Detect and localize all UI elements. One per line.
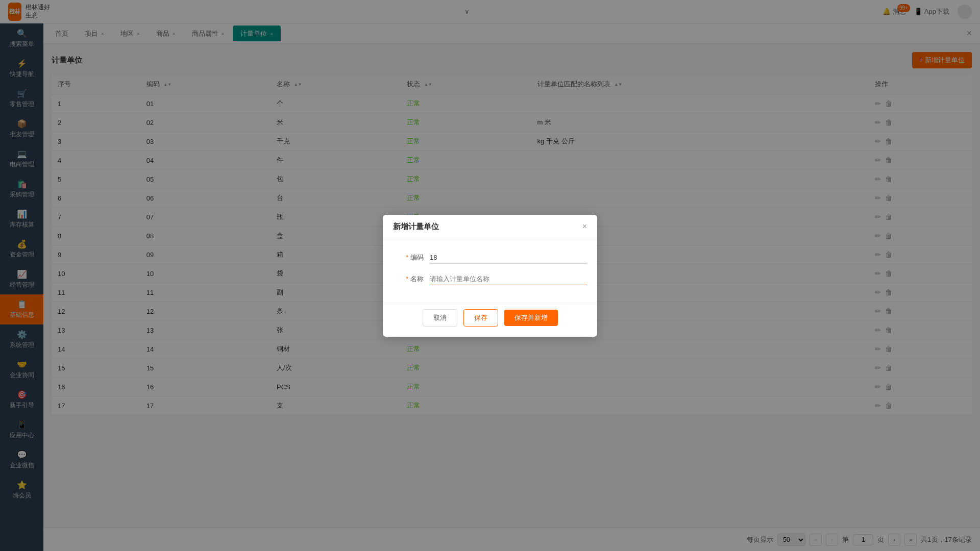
modal-header: 新增计量单位 × xyxy=(383,215,597,239)
modal-footer: 取消 保存 保存并新增 xyxy=(383,303,597,337)
code-label: * 编码 xyxy=(393,253,424,262)
save-button[interactable]: 保存 xyxy=(463,309,498,327)
code-form-row: * 编码 xyxy=(393,252,587,264)
cancel-button[interactable]: 取消 xyxy=(423,309,457,327)
modal-body: * 编码 * 名称 xyxy=(383,239,597,303)
modal-overlay[interactable]: 新增计量单位 × * 编码 * 名称 取消 保存 保存并新增 xyxy=(0,0,980,551)
name-label: * 名称 xyxy=(393,274,424,284)
save-and-new-button[interactable]: 保存并新增 xyxy=(504,310,558,326)
name-input[interactable] xyxy=(430,273,587,285)
modal-close-button[interactable]: × xyxy=(582,222,587,231)
add-unit-modal: 新增计量单位 × * 编码 * 名称 取消 保存 保存并新增 xyxy=(383,215,597,337)
code-input[interactable] xyxy=(430,252,587,264)
modal-title: 新增计量单位 xyxy=(393,222,439,232)
code-required-mark: * xyxy=(406,254,408,261)
name-required-mark: * xyxy=(406,275,408,283)
name-form-row: * 名称 xyxy=(393,273,587,285)
